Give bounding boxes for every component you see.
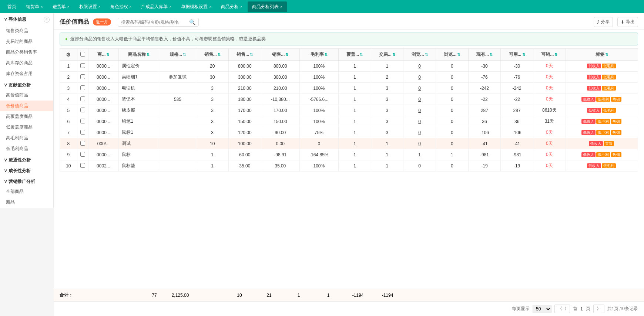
- row-view1[interactable]: 0: [403, 105, 436, 116]
- row-checkbox[interactable]: [77, 105, 88, 116]
- row-view1[interactable]: 0: [403, 72, 436, 83]
- sidebar-item-low-profit[interactable]: 低毛利商品: [0, 143, 53, 154]
- row-checkbox[interactable]: [77, 72, 88, 83]
- sidebar-item-high-coverage[interactable]: 高覆盖度商品: [0, 111, 53, 122]
- view1-value[interactable]: 0: [418, 119, 421, 124]
- view1-value[interactable]: 0: [418, 75, 421, 80]
- view1-value[interactable]: 0: [418, 141, 421, 146]
- view1-value[interactable]: 0: [418, 86, 421, 91]
- view1-value[interactable]: 0: [418, 97, 421, 102]
- sidebar-collapse-btn[interactable]: «: [44, 17, 50, 23]
- row-select-checkbox[interactable]: [80, 108, 85, 112]
- row-view1[interactable]: 0: [403, 61, 436, 72]
- sidebar-item-stock-funds[interactable]: 库存资金占用: [0, 68, 53, 79]
- search-input[interactable]: [121, 20, 188, 25]
- col-tags[interactable]: 标签⇅: [566, 49, 638, 61]
- row-select-checkbox[interactable]: [80, 141, 85, 146]
- search-icon[interactable]: 🔍: [189, 19, 195, 25]
- col-view1[interactable]: 浏览...⇅: [403, 49, 436, 61]
- row-view1[interactable]: 0: [403, 160, 436, 171]
- sidebar-item-high-stock[interactable]: 高库存的商品: [0, 58, 53, 68]
- row-checkbox[interactable]: [77, 149, 88, 160]
- select-all-checkbox[interactable]: [80, 52, 85, 57]
- export-button[interactable]: ⬇ 导出: [617, 17, 638, 27]
- sidebar-item-low-coverage[interactable]: 低覆盖度商品: [0, 122, 53, 133]
- row-select-checkbox[interactable]: [80, 130, 85, 135]
- col-spec[interactable]: 规格...⇅: [159, 49, 196, 61]
- per-page-select[interactable]: 50 100 200: [533, 305, 551, 313]
- nav-product-in[interactable]: 产成品入库单 ×: [137, 1, 176, 12]
- col-gear[interactable]: ⚙: [60, 49, 77, 61]
- row-select-checkbox[interactable]: [80, 96, 85, 101]
- nav-template[interactable]: 单据模板设置 ×: [177, 1, 216, 12]
- close-icon[interactable]: ×: [280, 5, 282, 9]
- row-checkbox[interactable]: [77, 138, 88, 149]
- col-sales3[interactable]: 销售...⇅: [261, 49, 299, 61]
- row-checkbox[interactable]: [77, 116, 88, 127]
- view1-value[interactable]: 0: [418, 163, 421, 169]
- col-saleable[interactable]: 可销...⇅: [533, 49, 566, 61]
- col-sales1[interactable]: 销售...⇅: [196, 49, 229, 61]
- row-checkbox[interactable]: [77, 94, 88, 105]
- close-icon[interactable]: ×: [240, 5, 242, 9]
- view1-value[interactable]: 0: [418, 108, 421, 113]
- nav-home[interactable]: 首页: [3, 1, 21, 12]
- nav-product-analysis-list[interactable]: 商品分析列表 ×: [248, 1, 287, 12]
- sidebar-item-new-products[interactable]: 新品: [0, 197, 53, 208]
- sidebar-item-traded-products[interactable]: 交易过的商品: [0, 36, 53, 47]
- nav-sales-order[interactable]: 销货单 ×: [21, 1, 47, 12]
- row-view1[interactable]: 0: [403, 127, 436, 138]
- time-badge[interactable]: 近一月: [93, 18, 111, 26]
- row-view1[interactable]: 0: [403, 116, 436, 127]
- row-select-checkbox[interactable]: [80, 74, 85, 79]
- view1-value[interactable]: 0: [418, 64, 421, 69]
- row-view1[interactable]: 0: [403, 94, 436, 105]
- row-s3: 300.00: [261, 72, 299, 83]
- sidebar-item-high-profit[interactable]: 高毛利商品: [0, 133, 53, 143]
- first-page-btn[interactable]: 〈〈: [554, 305, 570, 313]
- close-icon[interactable]: ×: [209, 5, 211, 9]
- col-available[interactable]: 可用...⇅: [501, 49, 533, 61]
- close-icon[interactable]: ×: [130, 5, 132, 9]
- nav-role-auth[interactable]: 角色授权 ×: [106, 1, 136, 12]
- col-cover[interactable]: 覆盖...⇅: [338, 49, 371, 61]
- row-select-checkbox[interactable]: [80, 119, 85, 123]
- row-view1[interactable]: 0: [403, 83, 436, 94]
- sidebar-item-low-value[interactable]: 低价值商品: [0, 101, 53, 111]
- sidebar-item-category-rate[interactable]: 商品分类销售率: [0, 47, 53, 58]
- col-code[interactable]: 商...⇅: [88, 49, 119, 61]
- nav-product-analysis[interactable]: 商品分析 ×: [217, 1, 247, 12]
- close-icon[interactable]: ×: [41, 5, 43, 9]
- row-view1[interactable]: 0: [403, 138, 436, 149]
- col-current[interactable]: 现有...⇅: [468, 49, 501, 61]
- nav-purchase-order[interactable]: 进货单 ×: [48, 1, 74, 12]
- view1-value[interactable]: 1: [418, 152, 421, 157]
- next-page-btn[interactable]: 〉: [593, 305, 604, 313]
- col-trade[interactable]: 交易...⇅: [371, 49, 403, 61]
- col-view2[interactable]: 浏览...⇅: [436, 49, 468, 61]
- sidebar-item-high-value[interactable]: 高价值商品: [0, 90, 53, 101]
- row-select-checkbox[interactable]: [80, 63, 85, 68]
- col-name[interactable]: 商品名称⇅: [119, 49, 159, 61]
- row-select-checkbox[interactable]: [80, 152, 85, 157]
- row-checkbox[interactable]: [77, 127, 88, 138]
- close-icon[interactable]: ×: [98, 5, 101, 9]
- col-checkbox[interactable]: [77, 49, 88, 61]
- share-button[interactable]: ⤴ 分享: [594, 17, 613, 27]
- row-checkbox[interactable]: [77, 160, 88, 171]
- view1-value[interactable]: 0: [418, 130, 421, 135]
- close-icon[interactable]: ×: [169, 5, 171, 9]
- row-checkbox[interactable]: [77, 61, 88, 72]
- row-checkbox[interactable]: [77, 83, 88, 94]
- col-margin[interactable]: 毛利率⇅: [299, 49, 338, 61]
- sidebar-item-sales-products[interactable]: 销售类商品: [0, 26, 53, 36]
- row-select-checkbox[interactable]: [80, 163, 85, 168]
- info-icon: ✦: [64, 37, 68, 42]
- tag-badge: 低毛利: [602, 163, 616, 168]
- col-sales2[interactable]: 销售...⇅: [229, 49, 261, 61]
- nav-permission[interactable]: 权限设置 ×: [75, 1, 105, 12]
- row-view1[interactable]: 1: [403, 149, 436, 160]
- sidebar-item-all-products[interactable]: 全部商品: [0, 186, 53, 197]
- close-icon[interactable]: ×: [67, 5, 70, 9]
- row-select-checkbox[interactable]: [80, 85, 85, 90]
